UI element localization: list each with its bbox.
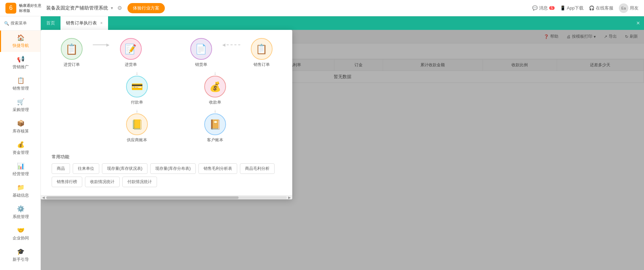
common-btn-payment-stats[interactable]: 付款情况统计 — [122, 177, 157, 187]
down-arrow-sales-icon: ↓ — [214, 70, 216, 76]
top-header: 6 畅康通好生意 标准版 装备及固定资产辅助管理系统 ▾ ⚙ 体验行业方案 💬 … — [0, 0, 644, 16]
payment-icon: 💳 — [131, 81, 143, 92]
tab-bar: 首页 销售订单执行表 × × — [41, 16, 644, 30]
common-buttons-container: 商品 往来单位 现存量(库存状况表) 现存量(库存分布表) 销售毛利分析表 商品… — [52, 163, 281, 187]
purchase-icon: 🛒 — [17, 98, 24, 106]
dropdown-arrow-icon[interactable]: ▾ — [111, 5, 113, 11]
user-menu[interactable]: Ea 用友 — [619, 3, 639, 13]
common-btn-stock-status[interactable]: 现存量(库存状况表) — [102, 163, 147, 174]
sidebar-item-purchase[interactable]: 🛒 采购管理 — [0, 95, 40, 116]
scroll-left-btn[interactable]: ◀ — [42, 196, 45, 199]
flow-row-1: 📋 进货订单 ▶ — [52, 38, 281, 68]
purchase-receipt-circle: 📝 — [120, 38, 142, 60]
close-all-tabs-btn[interactable]: × — [636, 20, 640, 27]
flow-node-sales-receipt[interactable]: 📄 销货单 — [181, 38, 221, 68]
brand-text: 畅康通好生意 标准版 — [19, 3, 41, 13]
customer-ledger-icon: 📔 — [209, 119, 221, 130]
sidebar-item-enterprise[interactable]: 🤝 企业协同 — [0, 223, 40, 245]
down-arrow-payment: ↓ — [115, 108, 159, 113]
tab-bar-right: × — [636, 20, 644, 27]
down-arrow-purchase: ↓ — [115, 70, 159, 76]
online-service-btn[interactable]: 🎧 在线客服 — [589, 5, 613, 11]
spacer-1 — [52, 70, 96, 76]
finance-icon: 💰 — [17, 141, 24, 148]
common-btn-product[interactable]: 商品 — [52, 163, 70, 174]
flow-node-supplier-ledger[interactable]: 📒 供应商账本 — [115, 113, 159, 143]
flow-diagram: 📋 进货订单 ▶ — [52, 38, 281, 146]
scroll-right-btn[interactable]: ▶ — [288, 196, 291, 199]
sidebar-item-newbie[interactable]: 🎓 新手引导 — [0, 245, 40, 266]
sidebar-item-basic-info[interactable]: 📁 基础信息 — [0, 180, 40, 202]
sales-order-icon: 📋 — [256, 43, 267, 55]
purchase-order-circle: 📋 — [61, 38, 83, 60]
flow-node-receipt[interactable]: 💰 收款单 — [193, 76, 237, 105]
sales-order-circle: 📋 — [251, 38, 273, 60]
customer-ledger-circle: 📔 — [204, 113, 226, 135]
system-icon: ⚙️ — [17, 205, 24, 213]
flow-node-purchase-receipt[interactable]: 📝 进货单 — [111, 38, 151, 68]
receipt-circle: 💰 — [204, 76, 226, 97]
search-icon: 🔍 — [4, 21, 9, 26]
operations-icon: 📊 — [17, 162, 24, 170]
marketing-icon: 📢 — [17, 55, 24, 63]
enterprise-icon: 🤝 — [17, 227, 24, 234]
common-btn-stock-dist[interactable]: 现存量(库存分布表) — [150, 163, 196, 174]
flow-node-purchase-order[interactable]: 📋 进货订单 — [52, 38, 91, 68]
sidebar-item-operations[interactable]: 📊 经营管理 — [0, 159, 40, 180]
download-icon: 📱 — [560, 5, 565, 11]
sales-receipt-circle: 📄 — [190, 38, 212, 60]
header-right: 💬 消息 5 📱 App下载 🎧 在线客服 Ea 用友 — [532, 3, 639, 13]
flow-row-arrows: ↓ ↓ — [52, 70, 281, 76]
message-btn[interactable]: 💬 消息 5 — [532, 5, 555, 11]
down-arrow-purchase-icon: ↓ — [136, 70, 138, 76]
sidebar-item-inventory[interactable]: 📦 库存核算 — [0, 116, 40, 138]
sidebar-item-marketing[interactable]: 📢 营销推广 — [0, 52, 40, 73]
down-arrow-sales: ↓ — [193, 70, 237, 76]
arrow-dashed-icon: ◀ — [222, 42, 240, 64]
spacer-4 — [159, 108, 193, 113]
flow-node-customer-ledger[interactable]: 📔 客户账本 — [193, 113, 237, 143]
flow-node-sales-order[interactable]: 📋 销售订单 — [242, 38, 281, 68]
common-btn-product-margin[interactable]: 商品毛利分析 — [240, 163, 275, 174]
supplier-ledger-icon: 📒 — [131, 119, 143, 130]
common-functions-section: 常用功能 商品 往来单位 现存量(库存状况表) 现存量(库存分布表) 销售毛利分… — [52, 154, 281, 187]
flow-node-payment[interactable]: 💳 付款单 — [115, 76, 159, 105]
common-functions-title: 常用功能 — [52, 154, 281, 160]
customer-ledger-label: 客户账本 — [207, 137, 223, 143]
sidebar-item-system[interactable]: ⚙️ 系统管理 — [0, 202, 40, 223]
modal-box: 📋 进货订单 ▶ — [41, 30, 292, 199]
main-layout: 🔍 搜索菜单 🏠 快捷导航 📢 营销推广 📋 销售管理 🛒 采购管理 📦 库存核… — [0, 16, 644, 270]
tab-sales-order-exec[interactable]: 销售订单执行表 × — [60, 16, 108, 30]
sidebar-item-finance[interactable]: 💰 资金管理 — [0, 138, 40, 159]
home-icon: 🏠 — [17, 34, 24, 41]
sidebar-item-quick-nav[interactable]: 🏠 快捷导航 — [0, 31, 40, 52]
tab-close-btn[interactable]: × — [100, 21, 103, 25]
common-btn-counterparty[interactable]: 往来单位 — [73, 163, 99, 174]
sidebar-item-sales[interactable]: 📋 销售管理 — [0, 73, 40, 95]
message-badge: 5 — [549, 6, 555, 10]
sidebar-search-area[interactable]: 🔍 搜索菜单 — [0, 16, 40, 31]
purchase-receipt-icon: 📝 — [125, 43, 137, 55]
spacer-2 — [159, 70, 193, 76]
newbie-icon: 🎓 — [17, 248, 24, 255]
purchase-order-icon: 📋 — [65, 43, 78, 55]
common-btn-sales-rank[interactable]: 销售排行榜 — [52, 177, 82, 187]
supplier-ledger-label: 供应商账本 — [127, 137, 147, 143]
common-btn-sales-margin[interactable]: 销售毛利分析表 — [198, 163, 237, 174]
modal-content: 📋 进货订单 ▶ — [41, 30, 292, 195]
spacer-arrow-1 — [96, 70, 115, 76]
modal-scrollbar: ◀ ▶ — [41, 195, 292, 199]
content-area: 首页 销售订单执行表 × × ❓ 帮助 🖨 按模板打印 ▾ ↗ — [41, 16, 644, 270]
experience-btn[interactable]: 体验行业方案 — [127, 3, 165, 13]
search-menu-btn[interactable]: 🔍 搜索菜单 — [3, 19, 38, 28]
settings-icon[interactable]: ⚙ — [117, 5, 122, 11]
app-download-btn[interactable]: 📱 App下载 — [560, 5, 584, 11]
tab-home[interactable]: 首页 — [41, 16, 60, 30]
payment-circle: 💳 — [126, 76, 148, 97]
sales-receipt-icon: 📄 — [195, 43, 207, 55]
sales-icon: 📋 — [17, 77, 24, 84]
arrow-1-icon: ▶ — [93, 42, 109, 64]
message-icon: 💬 — [532, 5, 538, 11]
scrollbar-track[interactable] — [46, 196, 287, 199]
common-btn-receipt-stats[interactable]: 收款情况统计 — [85, 177, 120, 187]
